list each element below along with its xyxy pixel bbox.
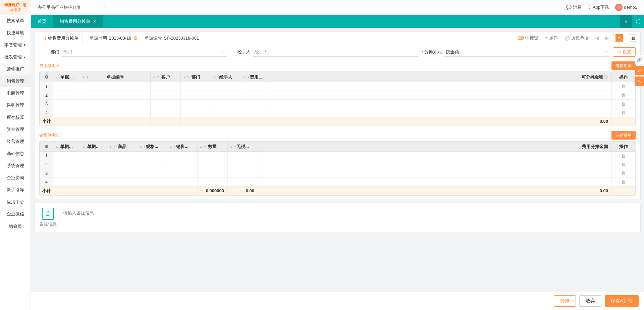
select-sales-bill-button[interactable]: 选销货单 — [611, 131, 636, 140]
history-button[interactable]: 🕘历史单据 — [565, 35, 589, 41]
sidebar-item[interactable]: 电商管理 — [0, 87, 31, 99]
table-row[interactable]: 4🗑 — [40, 178, 635, 187]
sidebar-item-label: 经营管理 — [7, 139, 24, 145]
table-row[interactable]: 1🗑 — [40, 82, 635, 91]
tab-active[interactable]: 销售费用分摊单 ✕ — [53, 15, 103, 28]
document-tab[interactable]: 🗒 销售费用分摊单 — [38, 33, 83, 43]
operate-button[interactable]: ≡操作 — [545, 35, 558, 41]
gear-icon[interactable]: ⚙ — [45, 74, 49, 80]
close-icon[interactable]: ✕ — [93, 19, 96, 24]
sort-icon[interactable]: ▲ ▼ — [139, 145, 146, 148]
sidebar-item[interactable]: 资金管理 — [0, 123, 31, 136]
allocate-button[interactable]: 分摊 — [554, 295, 576, 307]
sort-icon[interactable]: ▲ ▼ — [82, 145, 89, 148]
column-header-label: 销售... — [176, 144, 189, 149]
sidebar-item[interactable]: 库存核算 — [0, 111, 31, 123]
nav-next-button[interactable]: ▶ — [605, 36, 609, 41]
sort-icon[interactable]: ▲ ▼ — [153, 76, 159, 79]
app-download-button[interactable]: ⇩ App下载 — [588, 4, 609, 10]
shortcut-label: 快捷键 — [525, 35, 538, 41]
column-header-label: 无税... — [236, 144, 249, 149]
sidebar-item[interactable]: 新手引导 — [0, 184, 31, 196]
alloc-input[interactable]: 按金额﹀ — [444, 47, 609, 57]
table-row[interactable]: 3🗑 — [40, 100, 635, 108]
sidebar-subitem[interactable]: 营销推广 — [0, 63, 31, 75]
row-number: 2 — [40, 91, 53, 100]
subtotal-row: 小计0.0000000.000.00 — [40, 187, 635, 195]
row-number: 3 — [40, 169, 53, 178]
view-list-button[interactable]: ≡ — [615, 34, 623, 42]
delete-icon[interactable]: 🗑 — [621, 84, 626, 89]
calendar-icon[interactable]: 🗓 — [133, 36, 138, 41]
rail-collapse-button[interactable]: ⤡ — [635, 76, 644, 86]
tab-close-button[interactable]: ✕ — [620, 15, 632, 28]
shortcut-button[interactable]: ⌨快捷键 — [518, 35, 538, 41]
sort-icon[interactable]: ▲ ▼ — [109, 145, 116, 148]
sidebar-item[interactable]: 系统管理 — [0, 160, 31, 172]
table-row[interactable]: 2🗑 — [40, 160, 635, 169]
sidebar-item-label: 企业协同 — [7, 175, 24, 181]
gear-icon: ⚙ — [617, 50, 621, 55]
sidebar-item[interactable]: 零售管理▼ — [0, 39, 31, 51]
delete-icon[interactable]: 🗑 — [621, 153, 626, 158]
doc-date-value[interactable]: 2023-03-18 — [109, 36, 131, 41]
note-input[interactable] — [63, 208, 636, 218]
delete-icon[interactable]: 🗑 — [621, 101, 626, 106]
ellipsis-icon: ⋯ — [413, 49, 417, 54]
save-and-new-button[interactable]: 保存&新增 — [605, 295, 639, 307]
sort-icon[interactable]: ▲ ▼ — [169, 145, 176, 148]
sidebar-item[interactable]: 批发管理▲ — [0, 51, 31, 63]
sidebar-item[interactable]: 快捷导航 — [0, 27, 31, 39]
handler-input[interactable]: 经手人⋯ — [253, 47, 418, 57]
delete-icon[interactable]: 🗑 — [621, 171, 626, 176]
gear-icon[interactable]: ⚙ — [45, 144, 49, 149]
sort-icon[interactable]: ▲ ▼ — [213, 76, 220, 79]
dept-input[interactable]: 部门﹀ — [62, 47, 227, 57]
sidebar-item-label: 库存核算 — [7, 114, 24, 120]
sort-icon[interactable]: ▲ ▼ — [243, 76, 250, 79]
sort-icon[interactable]: ▲ ▼ — [55, 145, 62, 148]
sort-icon[interactable]: ▲ ▼ — [55, 76, 62, 79]
subtotal-row: 小计0.00 — [40, 117, 635, 126]
settings-button[interactable]: ⚙设置 — [613, 47, 636, 57]
sidebar-item[interactable]: 企业微信 — [0, 208, 31, 220]
sidebar-item[interactable]: 基础信息 — [0, 148, 31, 160]
discard-button[interactable]: 放弃 — [579, 295, 601, 307]
doc-date: 单据日期 2023-03-18 🗓 — [90, 35, 138, 41]
delete-icon[interactable]: 🗑 — [621, 93, 626, 98]
delete-icon[interactable]: 🗑 — [621, 179, 626, 185]
column-header-label: 部门 — [192, 74, 200, 80]
table-row[interactable]: 3🗑 — [40, 169, 635, 178]
sidebar-item[interactable]: 采购管理 — [0, 99, 31, 111]
sidebar-item[interactable]: 应用中心 — [0, 196, 31, 208]
sidebar-item-label: 快捷导航 — [7, 30, 24, 36]
rail-attach-button[interactable]: 🔗 — [635, 55, 644, 64]
user-menu[interactable]: demo2 — [615, 4, 637, 11]
table-row[interactable]: 1🗑 — [40, 152, 635, 160]
sort-icon[interactable]: ▲ ▼ — [230, 145, 236, 148]
sidebar-item-label: 零售管理 — [4, 42, 22, 48]
select-expense-bill-button[interactable]: 选费用单 — [611, 61, 636, 70]
row-number: 1 — [40, 152, 53, 160]
subtotal-notax: 0.00 — [228, 187, 258, 195]
doc-code: 单据编号 SF-20230318-001 — [145, 35, 199, 41]
message-button[interactable]: 💬 消息 — [566, 4, 582, 10]
view-card-button[interactable]: ▦ — [630, 34, 637, 42]
table-row[interactable]: 4🗑 — [40, 108, 635, 117]
sidebar-item[interactable]: 企业协同 — [0, 172, 31, 184]
sort-icon[interactable]: ▲ ▼ — [82, 76, 89, 79]
sidebar-item[interactable]: 搜索菜单 — [0, 15, 31, 27]
rail-expand-button[interactable]: ⤢ — [635, 66, 644, 75]
sort-icon[interactable]: ▲ ▼ — [183, 76, 190, 79]
delete-icon[interactable]: 🗑 — [621, 110, 626, 115]
sort-icon[interactable]: ▲ ▼ — [200, 145, 206, 148]
sidebar-item[interactable]: 畅会员 — [0, 220, 31, 232]
nav-prev-button[interactable]: ◀ — [595, 36, 599, 41]
tab-home[interactable]: 首页 — [31, 15, 53, 28]
tab-fullscreen-button[interactable]: ⛶ — [632, 15, 644, 28]
table-row[interactable]: 2🗑 — [40, 91, 635, 100]
sidebar-subitem[interactable]: 销售管理 — [0, 75, 31, 87]
sidebar-item[interactable]: 经营管理 — [0, 136, 31, 148]
delete-icon[interactable]: 🗑 — [621, 162, 626, 167]
account-selector[interactable]: 办公用品行业模拟账套 ﹀ — [38, 4, 106, 10]
